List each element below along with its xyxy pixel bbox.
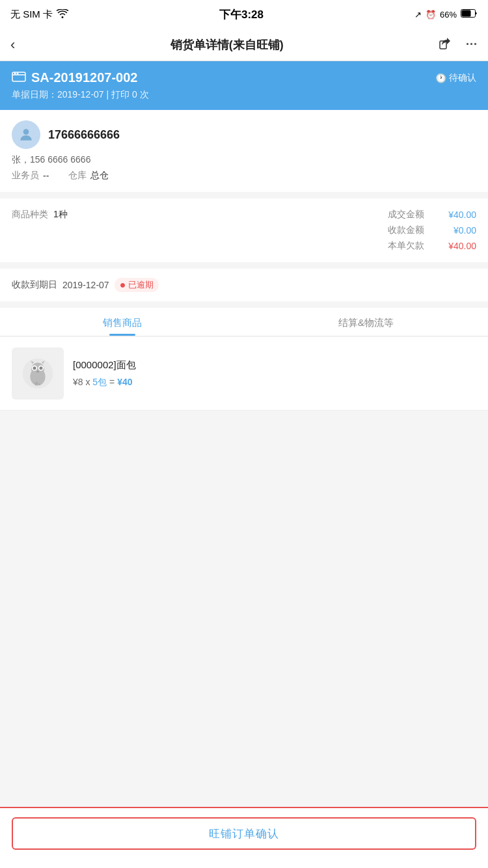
price-label: ¥8 bbox=[73, 377, 83, 387]
due-amount-value: ¥40.00 bbox=[431, 241, 476, 251]
product-section: 管+ [0000002]面包 ¥8 x 5包 = ¥40 bbox=[0, 337, 488, 411]
due-amount-item: 本单欠款 ¥40.00 bbox=[388, 240, 476, 252]
order-meta: 单据日期：2019-12-07 | 打印 0 次 bbox=[12, 89, 476, 101]
tabs-section: 销售商品 结算&物流等 bbox=[0, 308, 488, 336]
equals-sign: = bbox=[109, 377, 117, 387]
status-time: 下午3:28 bbox=[219, 7, 264, 22]
product-name: [0000002]面包 bbox=[73, 359, 476, 372]
order-icon bbox=[12, 70, 26, 85]
customer-name: 17666666666 bbox=[48, 128, 120, 142]
order-header: SA-20191207-002 🕐 待确认 单据日期：2019-12-07 | … bbox=[0, 61, 488, 110]
transaction-amount-item: 成交金额 ¥40.00 bbox=[388, 209, 476, 221]
overdue-label: 已逾期 bbox=[128, 279, 154, 291]
svg-point-12 bbox=[33, 366, 36, 370]
svg-point-6 bbox=[23, 129, 29, 135]
battery-label: 66% bbox=[440, 10, 457, 20]
salesperson-value: -- bbox=[43, 170, 49, 181]
transaction-amount-label: 成交金额 bbox=[388, 209, 424, 221]
product-types-value: 1种 bbox=[53, 209, 68, 221]
due-amount-label: 本单欠款 bbox=[388, 240, 424, 252]
transaction-amount-value: ¥40.00 bbox=[431, 210, 476, 220]
nav-bar: ‹ 销货单详情(来自旺铺) ··· bbox=[0, 29, 488, 61]
product-thumbnail: 管+ bbox=[12, 347, 64, 400]
back-button[interactable]: ‹ bbox=[10, 36, 15, 53]
summary-left: 商品种类 1种 bbox=[12, 209, 68, 221]
due-date-label: 收款到期日 bbox=[12, 279, 57, 291]
customer-section: 17666666666 张，156 6666 6666 业务员 -- 仓库 总仓 bbox=[0, 110, 488, 192]
status-bar: 无 SIM 卡 下午3:28 ↗ ⏰ 66% bbox=[0, 0, 488, 29]
avatar bbox=[12, 120, 40, 149]
more-button[interactable]: ··· bbox=[466, 38, 478, 51]
received-amount-item: 收款金额 ¥0.00 bbox=[388, 224, 476, 236]
svg-point-13 bbox=[40, 366, 43, 370]
customer-details: 张，156 6666 6666 bbox=[12, 154, 476, 166]
tab-settlement[interactable]: 结算&物流等 bbox=[244, 308, 488, 336]
salesperson-label: 业务员 bbox=[12, 170, 39, 182]
received-amount-label: 收款金额 bbox=[388, 224, 424, 236]
confirm-order-button[interactable]: 旺铺订单确认 bbox=[12, 817, 476, 850]
location-icon: ↗ bbox=[414, 10, 422, 20]
customer-row: 业务员 -- 仓库 总仓 bbox=[12, 170, 476, 182]
received-amount-value: ¥0.00 bbox=[431, 225, 476, 236]
multiply-sign: x bbox=[85, 377, 92, 387]
order-status: 🕐 待确认 bbox=[435, 72, 476, 84]
product-qty: 5包 bbox=[92, 377, 107, 387]
product-price: ¥8 x 5包 = ¥40 bbox=[73, 377, 476, 388]
status-left: 无 SIM 卡 bbox=[10, 8, 68, 21]
status-right: ↗ ⏰ 66% bbox=[414, 9, 478, 20]
due-date-value: 2019-12-07 bbox=[62, 280, 109, 290]
tab-sales-products[interactable]: 销售商品 bbox=[0, 308, 244, 336]
due-date-section: 收款到期日 2019-12-07 ● 已逾期 bbox=[0, 269, 488, 301]
product-types-label: 商品种类 bbox=[12, 209, 48, 221]
product-total: ¥40 bbox=[117, 377, 132, 387]
battery-icon bbox=[461, 9, 478, 20]
product-types-item: 商品种类 1种 bbox=[12, 209, 68, 221]
svg-point-4 bbox=[14, 73, 16, 75]
product-info: [0000002]面包 ¥8 x 5包 = ¥40 bbox=[73, 359, 476, 388]
svg-rect-1 bbox=[461, 10, 470, 17]
bottom-button-area: 旺铺订单确认 bbox=[0, 807, 488, 868]
warehouse-label: 仓库 bbox=[68, 170, 87, 182]
alarm-icon: ⏰ bbox=[426, 10, 436, 20]
clock-icon: 🕐 bbox=[435, 73, 446, 83]
salesperson-field: 业务员 -- bbox=[12, 170, 49, 182]
share-button[interactable] bbox=[439, 36, 453, 53]
overdue-icon: ● bbox=[120, 279, 126, 291]
empty-space bbox=[0, 411, 488, 541]
wifi-icon bbox=[57, 9, 68, 20]
order-id: SA-20191207-002 bbox=[12, 70, 137, 85]
carrier-label: 无 SIM 卡 bbox=[10, 8, 53, 21]
warehouse-value: 总仓 bbox=[90, 170, 109, 182]
warehouse-field: 仓库 总仓 bbox=[68, 170, 109, 182]
summary-right: 成交金额 ¥40.00 收款金额 ¥0.00 本单欠款 ¥40.00 bbox=[388, 209, 476, 252]
svg-point-5 bbox=[17, 73, 19, 75]
table-row: 管+ [0000002]面包 ¥8 x 5包 = ¥40 bbox=[0, 337, 488, 411]
svg-text:管+: 管+ bbox=[34, 382, 41, 386]
overdue-badge: ● 已逾期 bbox=[115, 278, 159, 292]
page-title: 销货单详情(来自旺铺) bbox=[170, 37, 284, 53]
summary-section: 商品种类 1种 成交金额 ¥40.00 收款金额 ¥0.00 本单欠款 ¥40.… bbox=[0, 198, 488, 262]
nav-actions: ··· bbox=[439, 36, 478, 53]
